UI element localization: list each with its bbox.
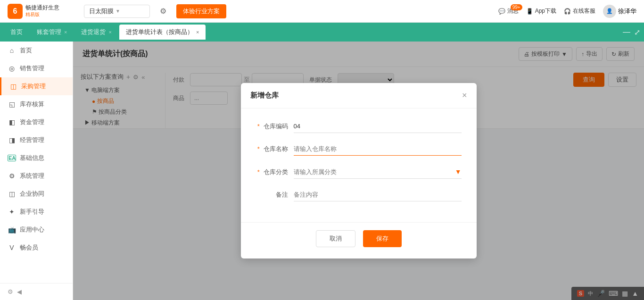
sales-icon: ◎ (8, 65, 16, 72)
sidebar-item-basic-info[interactable]: EA 基础信息 (0, 149, 73, 167)
app-download-label: App下载 (535, 7, 556, 15)
guide-icon: ✦ (8, 208, 16, 216)
logo-area: 6 畅捷通好生意 精易版 (8, 4, 78, 19)
modal-overlay: 新增仓库 × * 仓库编码 * (73, 42, 644, 300)
warehouse-name-input[interactable] (294, 142, 462, 156)
modal-header: 新增仓库 × (241, 83, 477, 108)
online-service-label: 在线客服 (573, 7, 595, 15)
top-bar-right: 💬 消息 99+ 📱 App下载 🎧 在线客服 👤 徐泽华 (498, 5, 636, 18)
purchase-icon: ◫ (9, 83, 17, 90)
sidebar-item-finance[interactable]: ◧ 资金管理 (0, 113, 73, 131)
home-icon: ⌂ (8, 47, 16, 54)
content-area: 进货单统计(按商品) 🖨 按模板打印 ▼ ↑ 导出 ↻ 刷新 (73, 42, 644, 300)
app-logo: 6 (8, 4, 23, 19)
sidebar-item-system-label: 系统管理 (20, 172, 44, 180)
sidebar-item-finance-label: 资金管理 (20, 118, 44, 126)
store-name: 日太阳膜 (89, 7, 114, 16)
message-icon: 💬 (498, 8, 505, 15)
form-label-name: * 仓库名称 (256, 145, 294, 153)
warehouse-code-input[interactable] (294, 120, 462, 133)
form-row-name: * 仓库名称 (256, 142, 462, 156)
sidebar-item-basic-info-label: 基础信息 (20, 154, 44, 162)
tab-bar-actions: — ⤢ (623, 28, 640, 37)
app-name: 畅捷通好生意 (25, 4, 59, 12)
tab-purchase-return[interactable]: 进货退货 × (74, 25, 118, 40)
sidebar-settings-icon[interactable]: ⚙ (8, 288, 13, 295)
app-badge: 精易版 (25, 11, 59, 18)
headset-icon: 🎧 (564, 8, 571, 15)
new-warehouse-modal: 新增仓库 × * 仓库编码 * (241, 83, 477, 258)
phone-icon: 📱 (526, 8, 533, 15)
tab-accounts-label: 账套管理 (37, 28, 61, 36)
sidebar-item-enterprise-label: 企业协同 (20, 190, 44, 198)
sidebar-item-guide[interactable]: ✦ 新手引导 (0, 203, 73, 221)
form-required-category: * (257, 168, 260, 175)
form-row-category: * 仓库分类 ▼ (256, 165, 462, 179)
warehouse-category-input[interactable] (294, 168, 455, 175)
sidebar-item-app-center-label: 应用中心 (20, 225, 44, 234)
category-dropdown-arrow[interactable]: ▼ (455, 168, 462, 175)
sidebar-item-home[interactable]: ⌂ 首页 (0, 42, 73, 59)
tab-minimize-button[interactable]: — (623, 28, 630, 37)
app-download-button[interactable]: 📱 App下载 (526, 7, 556, 15)
tab-expand-button[interactable]: ⤢ (634, 28, 640, 37)
form-required-code: * (257, 123, 260, 130)
sidebar-item-system[interactable]: ⚙ 系统管理 (0, 167, 73, 185)
sidebar-item-app-center[interactable]: 📺 应用中心 (0, 221, 73, 239)
sidebar-item-purchase-label: 采购管理 (21, 82, 46, 91)
sidebar-bottom: ⚙ ◀ (0, 283, 73, 300)
warehouse-remark-input[interactable] (294, 188, 462, 201)
tab-accounts[interactable]: 账套管理 × (30, 25, 74, 40)
form-required-name: * (257, 145, 260, 152)
sidebar-collapse-icon[interactable]: ◀ (17, 288, 22, 295)
top-bar: 6 畅捷通好生意 精易版 日太阳膜 ▼ ⚙ 体验行业方案 💬 消息 99+ 📱 … (0, 0, 644, 23)
sidebar-item-purchase[interactable]: ◫ 采购管理 (0, 77, 73, 95)
system-icon: ⚙ (8, 172, 16, 180)
tab-bar: 首页 账套管理 × 进货退货 × 进货单统计表（按商品） × — ⤢ (0, 23, 644, 42)
message-button[interactable]: 💬 消息 99+ (498, 7, 519, 15)
sidebar-item-inventory-label: 库存核算 (20, 100, 44, 108)
cancel-button[interactable]: 取消 (316, 230, 355, 247)
enterprise-icon: ◫ (8, 190, 16, 198)
modal-close-button[interactable]: × (462, 91, 467, 100)
finance-icon: ◧ (8, 118, 16, 126)
form-row-remark: 备注 (256, 188, 462, 201)
main-layout: ⌂ 首页 ◎ 销售管理 ◫ 采购管理 ◱ 库存核算 ◧ 资金管理 ◨ 经营管理 … (0, 42, 644, 300)
tab-purchase-stats[interactable]: 进货单统计表（按商品） × (119, 25, 206, 40)
user-info[interactable]: 👤 徐泽华 (603, 5, 636, 18)
message-badge: 99+ (511, 4, 522, 10)
online-service-button[interactable]: 🎧 在线客服 (564, 7, 595, 15)
operations-icon: ◨ (8, 136, 16, 144)
form-label-code: * 仓库编码 (256, 122, 294, 131)
save-button[interactable]: 保存 (363, 230, 402, 247)
tab-purchase-return-label: 进货退货 (81, 28, 106, 36)
store-selector[interactable]: 日太阳膜 ▼ (84, 5, 150, 18)
modal-footer: 取消 保存 (241, 222, 477, 258)
form-label-category: * 仓库分类 (256, 168, 294, 176)
sidebar-item-vip[interactable]: V 畅会员 (0, 239, 73, 257)
trial-button[interactable]: 体验行业方案 (176, 4, 226, 18)
store-dropdown-arrow: ▼ (116, 8, 120, 14)
form-label-remark: 备注 (256, 191, 294, 199)
username: 徐泽华 (618, 7, 636, 16)
sidebar-item-sales[interactable]: ◎ 销售管理 (0, 59, 73, 77)
tab-accounts-close[interactable]: × (64, 29, 67, 35)
sidebar-item-guide-label: 新手引导 (20, 208, 44, 216)
basic-info-icon: EA (8, 155, 16, 161)
tab-purchase-stats-label: 进货单统计表（按商品） (126, 28, 193, 36)
warehouse-category-wrapper: ▼ (294, 165, 462, 179)
tab-home[interactable]: 首页 (4, 25, 29, 40)
vip-icon: V (8, 244, 16, 251)
tab-purchase-return-close[interactable]: × (108, 29, 111, 35)
sidebar-item-enterprise[interactable]: ◫ 企业协同 (0, 185, 73, 203)
settings-icon[interactable]: ⚙ (156, 4, 171, 19)
sidebar-item-inventory[interactable]: ◱ 库存核算 (0, 95, 73, 113)
app-center-icon: 📺 (8, 226, 16, 233)
sidebar-item-operations[interactable]: ◨ 经营管理 (0, 131, 73, 149)
sidebar: ⌂ 首页 ◎ 销售管理 ◫ 采购管理 ◱ 库存核算 ◧ 资金管理 ◨ 经营管理 … (0, 42, 73, 300)
avatar: 👤 (603, 5, 616, 18)
modal-body: * 仓库编码 * 仓库名称 (241, 108, 477, 222)
sidebar-item-vip-label: 畅会员 (20, 243, 38, 252)
tab-purchase-stats-close[interactable]: × (196, 29, 199, 35)
sidebar-item-sales-label: 销售管理 (20, 64, 44, 73)
